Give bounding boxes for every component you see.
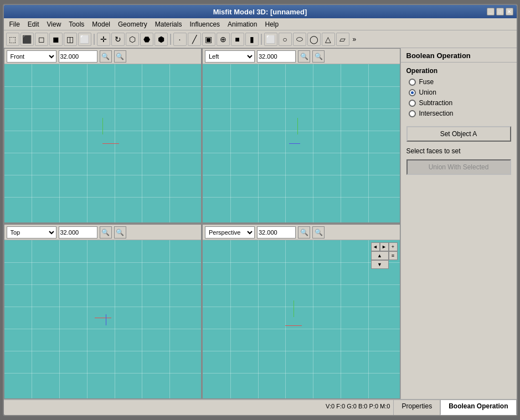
viewport-top-canvas[interactable]	[4, 240, 202, 398]
toolbar-bg-btn[interactable]: ▮	[245, 33, 259, 46]
radio-subtraction-circle	[409, 100, 416, 107]
main-window: Misfit Model 3D: [unnamed] _ □ ✕ File Ed…	[3, 4, 518, 416]
radio-union[interactable]: Union	[409, 89, 511, 96]
menu-animation[interactable]: Animation	[224, 19, 260, 29]
toolbar-more-btn[interactable]: »	[351, 34, 359, 44]
viewport-perspective-header: PerspectiveFrontBackLeftRightTopBottom 🔍…	[203, 225, 400, 240]
viewport-left-zoom-out[interactable]: 🔍	[312, 50, 325, 63]
toolbar-sep-1	[94, 34, 95, 45]
panel-title: Boolean Operation	[401, 48, 517, 63]
toolbar-select-btn[interactable]: ⬚	[6, 33, 19, 46]
viewport-front-canvas[interactable]	[4, 64, 202, 222]
status-text: V:0 F:0 G:0 B:0 P:0 M:0	[7, 403, 390, 409]
toolbar-rotate-btn[interactable]: ↻	[111, 33, 125, 46]
toolbar-shear-btn[interactable]: ⬣	[140, 33, 153, 46]
persp-left-btn[interactable]: ◄	[371, 242, 380, 251]
toolbar-edge-btn[interactable]: ╱	[188, 33, 201, 46]
radio-fuse-circle	[409, 79, 416, 86]
viewport-left-select[interactable]: LeftRightFrontBackTopBottom	[205, 50, 255, 63]
viewport-front-select[interactable]: FrontBackLeftRightTopBottom	[7, 50, 56, 63]
close-button[interactable]: ✕	[506, 8, 513, 15]
toolbar-select-unconnected-btn[interactable]: ◻	[35, 33, 48, 46]
viewport-front: FrontBackLeftRightTopBottom 🔍 🔍	[4, 48, 202, 223]
tab-properties[interactable]: Properties	[393, 400, 440, 415]
toolbar-torus-btn[interactable]: ◯	[307, 33, 321, 46]
viewport-left-header: LeftRightFrontBackTopBottom 🔍 🔍	[203, 49, 400, 64]
viewport-top-zoom-out[interactable]: 🔍	[114, 226, 126, 238]
viewport-row-bottom: TopBottomFrontBackLeftRight 🔍 🔍	[4, 223, 400, 399]
radio-intersection-circle	[409, 110, 416, 117]
persp-right-btn[interactable]: ►	[380, 242, 389, 251]
bottom-tabs: Properties Boolean Operation	[393, 400, 516, 415]
viewport-left-zoom[interactable]	[257, 50, 296, 63]
viewport-top: TopBottomFrontBackLeftRight 🔍 🔍	[4, 224, 202, 399]
toolbar-cylinder-btn[interactable]: ⬭	[293, 33, 306, 46]
menu-materials[interactable]: Materials	[152, 19, 186, 29]
viewport-left-zoom-in[interactable]: 🔍	[298, 50, 310, 63]
viewport-top-select[interactable]: TopBottomFrontBackLeftRight	[7, 226, 56, 238]
panel-operation-section: Operation Fuse Union	[401, 63, 517, 122]
radio-union-circle	[409, 89, 416, 96]
toolbar-cube-btn[interactable]: ⬜	[264, 33, 277, 46]
viewport-top-zoom-in[interactable]: 🔍	[100, 226, 112, 238]
set-object-a-button[interactable]: Set Object A	[406, 126, 511, 142]
select-faces-label: Select faces to set	[401, 146, 517, 158]
viewport-perspective-zoom[interactable]	[257, 226, 296, 238]
operation-radio-group: Fuse Union Subtraction	[406, 78, 511, 117]
union-with-selected-button[interactable]: Union With Selected	[406, 159, 511, 175]
toolbar-hide-btn[interactable]: ◫	[64, 33, 77, 46]
persp-up-btn[interactable]: ▲	[371, 251, 389, 260]
menu-tools[interactable]: Tools	[65, 19, 87, 29]
toolbar-select-connected-btn[interactable]: ⬛	[20, 33, 34, 46]
radio-subtraction[interactable]: Subtraction	[409, 99, 511, 107]
viewport-perspective-zoom-in[interactable]: 🔍	[298, 226, 310, 238]
toolbar-vertex-btn[interactable]: ·	[173, 33, 187, 46]
viewport-perspective-canvas[interactable]: ◄ ► + ▲ ≡ ▼	[203, 240, 400, 398]
toolbar-color-btn[interactable]: ■	[231, 33, 244, 46]
toolbar-face-btn[interactable]: ▣	[202, 33, 215, 46]
toolbar-sep-3	[261, 34, 262, 45]
toolbar-extrude-btn[interactable]: ⬢	[155, 33, 168, 46]
toolbar-invert-selection-btn[interactable]: ◼	[49, 33, 63, 46]
toolbar-scale-btn[interactable]: ⬡	[126, 33, 139, 46]
title-bar-buttons: _ □ ✕	[487, 8, 513, 15]
viewports-area: FrontBackLeftRightTopBottom 🔍 🔍	[4, 48, 400, 399]
window-title: Misfit Model 3D: [unnamed]	[213, 8, 307, 16]
minimize-button[interactable]: _	[487, 8, 495, 15]
menu-bar: File Edit View Tools Model Geometry Mate…	[4, 18, 517, 30]
toolbar-move-all-btn[interactable]: ⊕	[217, 33, 230, 46]
toolbar-plane-btn[interactable]: ▱	[336, 33, 349, 46]
status-bar: V:0 F:0 G:0 B:0 P:0 M:0	[4, 400, 394, 412]
radio-intersection[interactable]: Intersection	[409, 110, 511, 117]
menu-edit[interactable]: Edit	[24, 19, 43, 29]
toolbar-unhide-btn[interactable]: ⬜	[78, 33, 91, 46]
tab-boolean-operation[interactable]: Boolean Operation	[440, 400, 516, 415]
menu-model[interactable]: Model	[89, 19, 114, 29]
persp-expand-btn[interactable]: +	[389, 242, 398, 251]
viewport-perspective-zoom-out[interactable]: 🔍	[312, 226, 325, 238]
menu-influences[interactable]: Influences	[186, 19, 223, 29]
operation-section-label: Operation	[406, 67, 511, 75]
menu-help[interactable]: Help	[261, 19, 282, 29]
persp-menu-btn[interactable]: ≡	[389, 251, 398, 260]
menu-file[interactable]: File	[6, 19, 23, 29]
viewport-perspective-select[interactable]: PerspectiveFrontBackLeftRightTopBottom	[205, 226, 255, 238]
radio-fuse[interactable]: Fuse	[409, 78, 511, 86]
maximize-button[interactable]: □	[496, 8, 504, 15]
viewport-front-zoom[interactable]	[59, 50, 97, 63]
viewport-top-zoom[interactable]	[59, 226, 97, 238]
viewport-row-top: FrontBackLeftRightTopBottom 🔍 🔍	[4, 48, 400, 223]
viewport-left-canvas[interactable]	[203, 64, 400, 222]
radio-subtraction-label: Subtraction	[419, 99, 453, 107]
menu-view[interactable]: View	[44, 19, 65, 29]
toolbar-move-btn[interactable]: ✛	[97, 33, 110, 46]
menu-geometry[interactable]: Geometry	[115, 19, 151, 29]
toolbar-sphere-btn[interactable]: ○	[279, 33, 292, 46]
radio-intersection-label: Intersection	[419, 110, 454, 117]
persp-down-btn[interactable]: ▼	[371, 260, 389, 269]
toolbar-cone-btn[interactable]: △	[322, 33, 335, 46]
viewport-front-zoom-in[interactable]: 🔍	[100, 50, 112, 63]
toolbar-sep-2	[170, 34, 171, 45]
radio-fuse-label: Fuse	[419, 78, 434, 86]
viewport-front-zoom-out[interactable]: 🔍	[114, 50, 126, 63]
